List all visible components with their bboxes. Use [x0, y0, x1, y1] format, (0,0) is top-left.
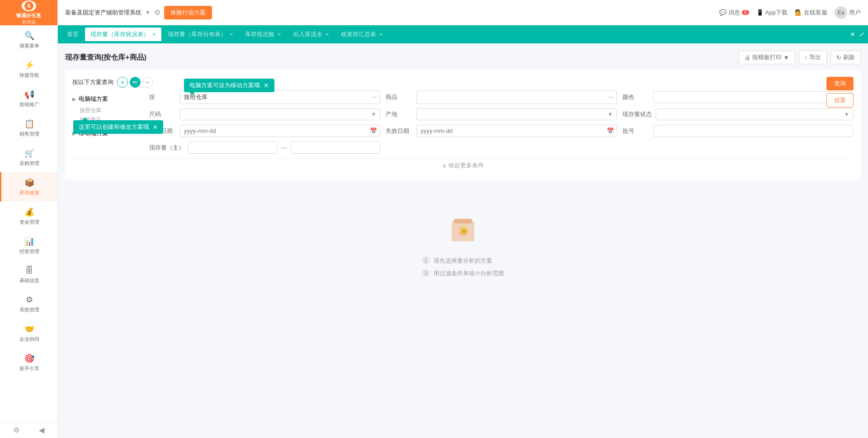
system-icon: ⚙	[26, 295, 33, 305]
tab-inout-flow[interactable]: 出入库流水 ✕	[288, 28, 335, 41]
stock-amount-max-input[interactable]	[291, 141, 380, 154]
sidebar-item-marketing[interactable]: 📢 营销推广	[0, 84, 57, 113]
search-btn[interactable]: 查询	[826, 77, 854, 90]
logo-text: 畅通好生意	[16, 12, 41, 19]
refresh-label: 刷新	[843, 53, 855, 61]
back-scheme-btn[interactable]: ←	[142, 77, 153, 88]
basic-icon: 🗄	[25, 266, 33, 275]
message-item[interactable]: 💬 消息 6	[719, 9, 749, 17]
purchase-icon: 🛒	[24, 148, 34, 158]
export-icon: ↑	[805, 54, 808, 61]
header: 装备及固定资产辅助管理系统 ▼ ⚙ 体验行业方案 💬 消息 6 📱 App下载 …	[58, 0, 868, 25]
svg-text:6: 6	[27, 2, 30, 9]
sidebar-item-label: 库存核算	[19, 189, 39, 196]
print-label: 按模板打印	[752, 53, 782, 61]
tab-expand-icon[interactable]: ⤢	[859, 31, 864, 38]
header-left: 装备及固定资产辅助管理系统 ▼ ⚙ 体验行业方案	[65, 6, 212, 19]
step1-num: 1	[422, 256, 430, 264]
message-badge: 6	[742, 10, 749, 15]
collapse-sidebar-icon[interactable]: ◀	[39, 426, 44, 434]
sidebar-nav: 🔍 搜索菜单 ⚡ 快捷导航 📢 营销推广 📋 销售管理 🛒 采购管理 📦 库存核…	[0, 25, 57, 422]
print-btn[interactable]: 🖨 按模板打印 ▼	[739, 51, 795, 64]
sales-icon: 📋	[24, 119, 34, 129]
operation-icon: 📊	[24, 236, 34, 246]
desktop-scheme-item[interactable]: ▶ 电脑端方案	[72, 93, 145, 105]
user-item[interactable]: Ea 用户	[835, 6, 861, 19]
header-settings-icon[interactable]: ⚙	[154, 8, 160, 17]
system-title-dropdown[interactable]: ▼	[145, 9, 151, 16]
page-actions: 🖨 按模板打印 ▼ ↑ 导出 ↻ 刷新	[739, 51, 861, 64]
tab-receive-summary-close[interactable]: ✕	[379, 32, 383, 38]
support-label: 在线客服	[804, 9, 827, 17]
tab-stock-status[interactable]: 现存量（库存状况表） ✕	[85, 28, 161, 41]
sidebar-item-label: 销售管理	[19, 131, 39, 137]
add-scheme-btn[interactable]: +	[117, 77, 128, 88]
tab-batch-account[interactable]: 库存批次账 ✕	[240, 28, 287, 41]
newbie-icon: 🎯	[24, 353, 34, 363]
filter-panel: 按以下方案查询 + ✏ ← 电脑方案可设为移动方案哦 ✕	[65, 70, 861, 179]
sidebar-item-label: 采购管理	[19, 160, 39, 167]
export-btn[interactable]: ↑ 导出	[799, 51, 827, 64]
tab-close-all-icon[interactable]: ✕	[850, 31, 855, 38]
sidebar-item-finance[interactable]: 💰 资金管理	[0, 202, 57, 231]
tab-inout-flow-close[interactable]: ✕	[325, 32, 329, 38]
stock-amount-min-input[interactable]	[188, 141, 278, 154]
empty-step-2: 2 用过滤条件来缩小分析范围	[422, 268, 504, 279]
tab-stock-dist-label: 现存量（库存分布表）	[168, 30, 226, 38]
support-item[interactable]: 💁 在线客服	[795, 9, 827, 17]
scheme-tooltip-bubble: 电脑方案可设为移动方案哦 ✕	[184, 79, 274, 92]
sidebar-item-operation[interactable]: 📊 经营管理	[0, 231, 57, 260]
sidebar-item-guide[interactable]: ⚡ 快捷导航	[0, 55, 57, 84]
sidebar-item-system[interactable]: ⚙ 系统管理	[0, 289, 57, 319]
sidebar-logo: 6 畅通好生意 标准版	[0, 0, 57, 25]
sidebar-item-enterprise[interactable]: 🤝 企业协同	[0, 319, 57, 348]
scheme-tooltip-close[interactable]: ✕	[264, 82, 269, 89]
inventory-icon: 📦	[24, 178, 34, 188]
tab-home[interactable]: 首页	[61, 28, 84, 41]
settings-bottom-icon[interactable]: ⚙	[13, 426, 19, 434]
step2-text: 用过滤条件来缩小分析范围	[434, 268, 504, 279]
sidebar-item-search[interactable]: 🔍 搜索菜单	[0, 25, 57, 55]
user-label: 用户	[849, 9, 861, 17]
sidebar-item-label: 新手引导	[19, 365, 39, 372]
sidebar-item-basic[interactable]: 🗄 基础信息	[0, 260, 57, 289]
tab-batch-account-label: 库存批次账	[245, 30, 274, 38]
edit-scheme-btn[interactable]: ✏	[130, 77, 141, 88]
empty-step-1: 1 请先选择要分析的方案	[422, 255, 504, 266]
enterprise-icon: 🤝	[24, 324, 34, 334]
range-separator: —	[281, 144, 287, 151]
refresh-btn[interactable]: ↻ 刷新	[830, 51, 861, 64]
logo-sub: 标准版	[22, 19, 36, 25]
tab-receive-summary[interactable]: 收发存汇总表 ✕	[335, 28, 388, 41]
tab-bar: 首页 现存量（库存状况表） ✕ 现存量（库存分布表） ✕ 库存批次账 ✕ 出入库…	[58, 25, 868, 43]
tab-stock-dist[interactable]: 现存量（库存分布表） ✕	[162, 28, 239, 41]
print-icon: 🖨	[745, 54, 750, 61]
stock-amount-label: 现存量（主）	[149, 144, 184, 152]
filter-title: 按以下方案查询	[72, 78, 113, 86]
collapse-btn[interactable]: ∧ 收起更多条件	[72, 158, 854, 172]
page-title: 现存量查询(按仓库+商品)	[65, 53, 146, 62]
tab-stock-status-close[interactable]: ✕	[152, 32, 156, 38]
tab-batch-account-close[interactable]: ✕	[277, 32, 281, 38]
export-label: 导出	[809, 53, 821, 61]
tab-home-label: 首页	[67, 30, 79, 38]
filter-header: 按以下方案查询 + ✏ ← 电脑方案可设为移动方案哦 ✕	[72, 77, 854, 88]
collapse-arrow-icon: ∧	[442, 162, 447, 169]
scheme-tooltip-text: 电脑方案可设为移动方案哦	[189, 81, 260, 89]
tab-stock-dist-close[interactable]: ✕	[229, 32, 233, 38]
phone-icon: 📱	[756, 9, 764, 16]
trial-btn[interactable]: 体验行业方案	[164, 6, 212, 19]
sidebar-item-inventory[interactable]: 📦 库存核算	[0, 172, 57, 202]
filter-icon-actions: + ✏ ←	[117, 77, 153, 88]
edit-tooltip-close[interactable]: ✕	[153, 124, 158, 131]
marketing-icon: 📢	[24, 89, 34, 99]
app-download-item[interactable]: 📱 App下载	[756, 9, 788, 17]
reset-btn[interactable]: 设置	[826, 93, 854, 108]
tab-receive-summary-label: 收发存汇总表	[341, 30, 376, 38]
desktop-scheme-label: 电脑端方案	[79, 95, 108, 103]
sidebar-item-sales[interactable]: 📋 销售管理	[0, 113, 57, 143]
filter-btn-group: 查询 设置	[826, 77, 854, 108]
tab-stock-status-label: 现存量（库存状况表）	[90, 30, 149, 38]
sidebar-item-newbie[interactable]: 🎯 新手引导	[0, 348, 57, 377]
sidebar-item-purchase[interactable]: 🛒 采购管理	[0, 143, 57, 172]
